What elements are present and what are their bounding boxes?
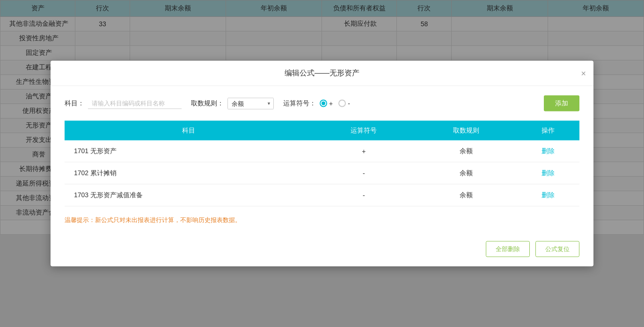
formula-operator: -	[313, 162, 415, 184]
subject-group: 科目：	[65, 98, 182, 109]
radio-plus-label: +	[329, 100, 333, 107]
delete-all-button[interactable]: 全部删除	[486, 241, 530, 257]
radio-group: + -	[320, 100, 350, 107]
formula-table: 科目 运算符号 取数规则 操作 1701 无形资产+余额删除1702 累计摊销-…	[65, 121, 579, 207]
delete-row-button[interactable]: 删除	[542, 147, 555, 156]
modal-footer: 全部删除 公式复位	[51, 234, 593, 267]
operator-group: 运算符号： + -	[283, 99, 350, 108]
modal-body: 科目： 取数规则： 余额 借方发生额 贷方发生额 运算符号：	[51, 86, 593, 234]
warning-text: 温馨提示：新公式只对未出报表进行计算，不影响历史报表数据。	[65, 216, 579, 224]
form-row: 科目： 取数规则： 余额 借方发生额 贷方发生额 运算符号：	[65, 96, 579, 111]
edit-formula-modal: 编辑公式——无形资产 × 科目： 取数规则： 余额 借方发生额 贷方发生额	[51, 61, 593, 267]
table-header-row: 科目 运算符号 取数规则 操作	[65, 121, 579, 141]
radio-plus[interactable]: +	[320, 100, 333, 107]
delete-row-button[interactable]: 删除	[542, 191, 555, 200]
formula-row: 1702 累计摊销-余额删除	[65, 162, 579, 184]
formula-row: 1703 无形资产减值准备-余额删除	[65, 184, 579, 206]
rule-group: 取数规则： 余额 借方发生额 贷方发生额	[191, 97, 274, 109]
th-action: 操作	[517, 121, 579, 141]
reset-button[interactable]: 公式复位	[535, 241, 579, 257]
rule-select-wrap: 余额 借方发生额 贷方发生额	[227, 97, 274, 109]
add-button[interactable]: 添加	[544, 96, 579, 111]
modal-header: 编辑公式——无形资产 ×	[51, 61, 593, 86]
subject-input[interactable]	[88, 98, 182, 109]
formula-operator: +	[313, 141, 415, 163]
th-subject: 科目	[65, 121, 313, 141]
rule-label: 取数规则：	[191, 99, 224, 108]
delete-row-button[interactable]: 删除	[542, 169, 555, 178]
radio-plus-circle	[320, 100, 327, 107]
subject-label: 科目：	[65, 99, 84, 108]
radio-minus-label: -	[348, 100, 350, 107]
formula-row: 1701 无形资产+余额删除	[65, 141, 579, 163]
th-operator: 运算符号	[313, 121, 415, 141]
rule-select[interactable]: 余额 借方发生额 贷方发生额	[227, 97, 274, 109]
formula-rule: 余额	[415, 141, 517, 163]
th-rule: 取数规则	[415, 121, 517, 141]
radio-minus[interactable]: -	[338, 100, 350, 107]
radio-minus-circle	[338, 100, 346, 107]
formula-subject: 1703 无形资产减值准备	[65, 184, 313, 206]
formula-rule: 余额	[415, 184, 517, 206]
formula-action: 删除	[517, 141, 579, 163]
operator-label: 运算符号：	[283, 99, 316, 108]
formula-subject: 1701 无形资产	[65, 141, 313, 163]
modal-title: 编辑公式——无形资产	[285, 68, 359, 78]
formula-operator: -	[313, 184, 415, 206]
formula-action: 删除	[517, 162, 579, 184]
formula-rule: 余额	[415, 162, 517, 184]
modal-close-button[interactable]: ×	[581, 69, 586, 77]
formula-action: 删除	[517, 184, 579, 206]
formula-subject: 1702 累计摊销	[65, 162, 313, 184]
